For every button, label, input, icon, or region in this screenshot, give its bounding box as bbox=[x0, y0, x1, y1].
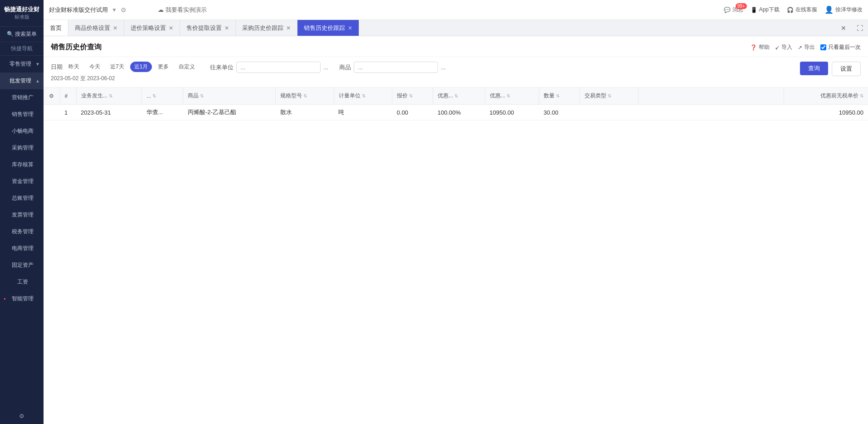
window-close-btn[interactable]: ✕ bbox=[835, 20, 852, 36]
date-last1m[interactable]: 近1月 bbox=[130, 62, 152, 72]
data-table: ⚙ # 业务发生... ⇅ ... ⇅ bbox=[44, 87, 868, 120]
app-download-btn[interactable]: 📱 App下载 bbox=[751, 6, 780, 14]
tab-purchase-strategy[interactable]: 进价策略设置 ✕ bbox=[124, 20, 180, 36]
window-maximize-btn[interactable]: ⛶ bbox=[852, 20, 868, 36]
tab-home[interactable]: 首页 bbox=[44, 20, 68, 36]
sidebar-item-ecommerce-label: 电商管理 bbox=[5, 245, 40, 252]
th-seq: # bbox=[60, 87, 76, 105]
cell-spec: 散水 bbox=[276, 105, 334, 120]
cell-pretax-price: 10950.00 bbox=[784, 105, 868, 120]
th-product[interactable]: 商品 ⇅ bbox=[183, 87, 276, 105]
th-spacer bbox=[638, 87, 784, 105]
tab-sale-extract[interactable]: 售价提取设置 ✕ bbox=[180, 20, 236, 36]
source-unit-more[interactable]: ... bbox=[323, 64, 328, 71]
cell-discount-pct: 100.00% bbox=[433, 105, 485, 120]
help-btn[interactable]: ❓ 帮助 bbox=[750, 43, 770, 51]
sidebar-quick-nav[interactable]: 快捷导航 bbox=[0, 42, 44, 56]
module-arrow-icon: ▼ bbox=[112, 7, 117, 13]
th-pretax-price[interactable]: 优惠前无税单价 ⇅ bbox=[784, 87, 868, 105]
source-unit-input[interactable] bbox=[236, 62, 321, 73]
th-price-label: 报价 bbox=[397, 92, 408, 100]
cell-more: 华查... bbox=[142, 105, 183, 120]
date-today[interactable]: 今天 bbox=[85, 62, 104, 72]
tab-price-close[interactable]: ✕ bbox=[113, 25, 117, 31]
settings-icon: ⚙ bbox=[19, 413, 24, 419]
sidebar-item-salary[interactable]: 工资 bbox=[0, 274, 44, 290]
date-custom[interactable]: 自定义 bbox=[175, 62, 199, 72]
th-price[interactable]: 报价 ⇅ bbox=[392, 87, 433, 105]
th-trade-type[interactable]: 交易类型 ⇅ bbox=[580, 87, 639, 105]
export-icon: ↗ bbox=[798, 44, 802, 51]
export-btn[interactable]: ↗ 导出 bbox=[798, 43, 815, 51]
online-service-label: 在线客服 bbox=[795, 6, 817, 14]
sidebar-item-ledger[interactable]: 总账管理 bbox=[0, 190, 44, 207]
th-unit[interactable]: 计量单位 ⇅ bbox=[334, 87, 392, 105]
sidebar-item-inventory[interactable]: 库存核算 bbox=[0, 156, 44, 173]
date-more[interactable]: 更多 bbox=[154, 62, 173, 72]
online-service-btn[interactable]: 🎧 在线客服 bbox=[787, 6, 817, 14]
query-btn[interactable]: 查询 bbox=[800, 62, 828, 75]
sidebar-item-smart-label: 智能管理 bbox=[5, 295, 40, 303]
th-discount-pct[interactable]: 优惠... ⇅ bbox=[433, 87, 485, 105]
topbar-right: 💬 消息 99+ 📱 App下载 🎧 在线客服 👤 徐泽华修改 bbox=[724, 5, 863, 14]
cell-checkbox bbox=[44, 105, 60, 120]
sidebar-item-invoice-label: 发票管理 bbox=[5, 211, 40, 219]
sort-icon-more: ⇅ bbox=[152, 93, 156, 98]
sidebar-item-invoice[interactable]: 发票管理 bbox=[0, 207, 44, 223]
tab-sales-history[interactable]: 销售历史价跟踪 ✕ bbox=[297, 20, 359, 36]
th-unit-label: 计量单位 bbox=[339, 92, 361, 100]
th-discount-amt[interactable]: 优惠... ⇅ bbox=[485, 87, 539, 105]
product-input[interactable] bbox=[354, 62, 438, 73]
sidebar-item-assets[interactable]: 固定资产 bbox=[0, 257, 44, 274]
page-header: 销售历史价查询 ❓ 帮助 ↙ 导入 ↗ 导出 只看最后一次 bbox=[44, 36, 868, 57]
tab-purchase-history[interactable]: 采购历史价跟踪 ✕ bbox=[236, 20, 297, 36]
sidebar-settings-btn[interactable]: ⚙ bbox=[0, 408, 44, 424]
tab-sale-extract-close[interactable]: ✕ bbox=[224, 25, 229, 31]
message-btn[interactable]: 💬 消息 99+ bbox=[724, 6, 743, 14]
user-name: 徐泽华修改 bbox=[835, 6, 863, 14]
date-yesterday[interactable]: 昨天 bbox=[64, 62, 83, 72]
demo-link[interactable]: ☁ 我要看实例演示 bbox=[158, 6, 207, 14]
last-only-checkbox[interactable] bbox=[820, 44, 826, 50]
th-more-label: ... bbox=[146, 93, 151, 99]
tab-price[interactable]: 商品价格设置 ✕ bbox=[68, 20, 124, 36]
product-more[interactable]: ... bbox=[441, 64, 446, 71]
sidebar-item-ecommerce[interactable]: 电商管理 bbox=[0, 240, 44, 257]
sidebar-item-purchase[interactable]: 采购管理 bbox=[0, 140, 44, 156]
tab-sales-history-close[interactable]: ✕ bbox=[348, 25, 352, 31]
topbar: 好业财标准版交付试用 ▼ ⚙ ☁ 我要看实例演示 💬 消息 99+ 📱 App下… bbox=[44, 0, 868, 20]
th-more[interactable]: ... ⇅ bbox=[142, 87, 183, 105]
sidebar-item-retail[interactable]: 零售管理 ▼ bbox=[0, 56, 44, 72]
tab-purchase-history-close[interactable]: ✕ bbox=[286, 25, 291, 31]
message-icon: 💬 bbox=[724, 7, 731, 13]
sidebar-item-ecommerce-small[interactable]: 小畅电商 bbox=[0, 123, 44, 140]
last-only-checkbox-group[interactable]: 只看最后一次 bbox=[820, 43, 861, 51]
module-selector[interactable]: 好业财标准版交付试用 ▼ ⚙ bbox=[49, 6, 149, 14]
sidebar-search[interactable]: 🔍 搜索菜单 bbox=[0, 27, 44, 42]
help-icon: ❓ bbox=[750, 44, 757, 51]
user-menu[interactable]: 👤 徐泽华修改 bbox=[824, 5, 863, 14]
tab-purchase-strategy-close[interactable]: ✕ bbox=[169, 25, 173, 31]
module-settings-icon[interactable]: ⚙ bbox=[121, 6, 127, 14]
th-quantity[interactable]: 数量 ⇅ bbox=[539, 87, 580, 105]
th-gear[interactable]: ⚙ bbox=[44, 87, 60, 105]
sidebar-item-sales[interactable]: 销售管理 bbox=[0, 106, 44, 123]
sort-icon-discount-amt: ⇅ bbox=[507, 93, 510, 98]
sidebar-item-tax[interactable]: 税务管理 bbox=[0, 223, 44, 240]
help-label: 帮助 bbox=[759, 43, 770, 51]
sidebar-item-marketing[interactable]: 营销推广 bbox=[0, 89, 44, 106]
sidebar-item-wholesale[interactable]: 批发管理 ▲ bbox=[0, 72, 44, 89]
table-row[interactable]: 1 2023-05-31 华查... 丙烯酸-2-乙基己酯 散水 吨 0.00 … bbox=[44, 105, 868, 120]
settings-btn[interactable]: 设置 bbox=[832, 62, 861, 76]
date-last7[interactable]: 近7天 bbox=[106, 62, 128, 72]
th-business-date[interactable]: 业务发生... ⇅ bbox=[76, 87, 142, 105]
th-product-label: 商品 bbox=[188, 92, 199, 100]
gear-col-icon[interactable]: ⚙ bbox=[49, 93, 54, 99]
sidebar-item-finance[interactable]: 资金管理 bbox=[0, 173, 44, 190]
date-options: 昨天 今天 近7天 近1月 更多 自定义 bbox=[64, 62, 199, 72]
import-btn[interactable]: ↙ 导入 bbox=[775, 43, 792, 51]
th-spec[interactable]: 规格型号 ⇅ bbox=[276, 87, 334, 105]
source-unit-group: 往来单位 ... bbox=[210, 62, 328, 73]
sidebar-item-smart[interactable]: ● 智能管理 bbox=[0, 290, 44, 307]
sidebar-item-wholesale-label: 批发管理 bbox=[5, 77, 35, 85]
